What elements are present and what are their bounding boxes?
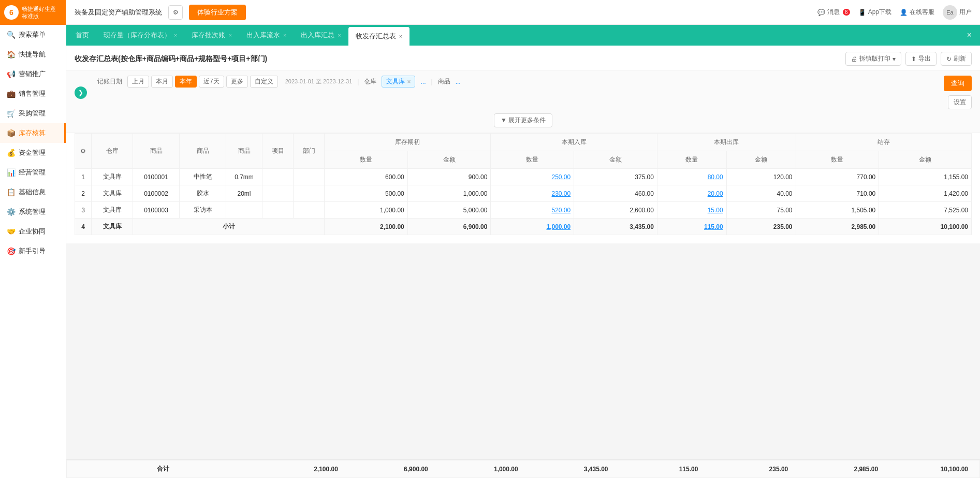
cell-in-amt: 2,600.00 [574,202,657,219]
trial-button[interactable]: 体验行业方案 [189,5,246,20]
tab-label-inventory_dist: 现存量（库存分布表） [104,31,171,40]
enterprise-icon: 🤝 [6,227,16,236]
date-btn-本月[interactable]: 本月 [151,76,173,88]
collapse-button[interactable]: ❯ [75,86,87,99]
cell-project [262,169,294,185]
cell-seq: 3 [75,202,92,219]
date-btn-近7天[interactable]: 近7天 [199,76,224,88]
cell-warehouse: 文具库 [92,185,133,202]
sidebar-label-quicknav: 快捷导航 [19,50,46,59]
sidebar-nav: 🔍搜索菜单🏠快捷导航📢营销推广💼销售管理🛒采购管理📦库存核算💰资金管理📊经营管理… [0,25,66,478]
marketing-icon: 📢 [6,70,16,78]
subtotal-in-qty[interactable]: 1,000.00 [491,219,574,235]
table-row: 3 文具库 0100003 采访本 1,000.00 5,000.00 520.… [75,202,972,219]
tab-label-home: 首页 [76,31,89,40]
tab-inventory_dist[interactable]: 现存量（库存分布表）× [96,25,184,46]
sidebar-label-system: 系统管理 [19,207,46,216]
newbie-icon: 🎯 [6,247,16,255]
cell-bal-amt: 1,155.00 [879,169,972,185]
cell-warehouse: 文具库 [92,169,133,185]
warehouse-more[interactable]: ... [420,78,426,85]
footer-out-qty: 115.00 [611,466,701,473]
th-in-qty: 数量 [491,151,574,169]
footer-open-amt: 6,900.00 [341,466,431,473]
sidebar-item-system[interactable]: ⚙️系统管理 [0,202,66,222]
cell-open-amt: 1,000.00 [407,185,491,202]
tab-close-inout_summary[interactable]: × [338,32,341,38]
date-buttons: 上月本月本年近7天更多自定义 [127,76,278,88]
footer-in-qty: 1,000.00 [431,466,521,473]
th-in-amt: 金额 [574,151,657,169]
date-btn-上月[interactable]: 上月 [127,76,149,88]
subtotal-out-qty[interactable]: 115.00 [657,219,726,235]
sidebar-title: 畅捷通好生意 标准版 [22,5,56,20]
sidebar-item-enterprise[interactable]: 🤝企业协同 [0,222,66,241]
sidebar-label-marketing: 营销推广 [19,69,46,79]
topbar-right: 💬 消息 6 📱 App下载 👤 在线客服 Ea 用户 [817,5,972,20]
sidebar-item-marketing[interactable]: 📢营销推广 [0,64,66,84]
tab-close-inout_flow[interactable]: × [283,32,286,38]
cell-bal-amt: 7,525.00 [879,202,972,219]
tab-label-recv_summary: 收发存汇总表 [356,32,396,41]
system-icon: ⚙️ [6,208,16,216]
query-button[interactable]: 查询 [944,76,972,91]
cell-in-qty[interactable]: 250.00 [491,169,574,185]
gear-button[interactable]: ⚙ [168,5,183,20]
settings-button[interactable]: 设置 [948,95,972,109]
user-avatar: Ea [943,5,957,20]
tab-home[interactable]: 首页 [68,25,96,46]
cell-spec: 0.7mm [226,169,262,185]
tab-inout_summary[interactable]: 出入库汇总× [294,25,348,46]
expand-conditions-button[interactable]: ▼ 展开更多条件 [494,113,552,127]
tabbar: 首页现存量（库存分布表）×库存批次账×出入库流水×出入库汇总×收发存汇总表×× [66,25,980,46]
table-row: 2 文具库 0100002 胶水 20ml 500.00 1,000.00 23… [75,185,972,202]
th-settings[interactable]: ⚙ [75,134,92,169]
date-btn-本年[interactable]: 本年 [175,76,197,88]
cell-in-qty[interactable]: 230.00 [491,185,574,202]
sidebar-item-purchase[interactable]: 🛒采购管理 [0,104,66,123]
sidebar-item-quicknav[interactable]: 🏠快捷导航 [0,45,66,64]
refresh-icon: ↻ [946,55,952,63]
sidebar-item-search[interactable]: 🔍搜索菜单 [0,25,66,45]
cell-out-qty[interactable]: 20.00 [657,185,726,202]
tab-close-recv_summary[interactable]: × [399,33,402,39]
print-icon: 🖨 [851,55,857,63]
service-button[interactable]: 👤 在线客服 [900,8,934,17]
goods-more[interactable]: ... [456,78,461,85]
sidebar-item-basic[interactable]: 📋基础信息 [0,182,66,202]
tabbar-close-all[interactable]: × [961,31,978,40]
topbar-left: 装备及固定资产辅助管理系统 ⚙ 体验行业方案 [75,5,246,20]
tab-batch[interactable]: 库存批次账× [184,25,239,46]
sidebar-item-newbie[interactable]: 🎯新手引导 [0,241,66,261]
user-button[interactable]: Ea 用户 [943,5,972,20]
table-container: ⚙ 仓库 商品 商品 商品 项目 部门 库存期初 本期入库 本期出库 结存 [66,133,980,243]
sidebar-item-finance[interactable]: 💰资金管理 [0,143,66,163]
tab-close-inventory_dist[interactable]: × [174,32,177,38]
th-dept: 部门 [294,134,325,169]
sidebar-item-sales[interactable]: 💼销售管理 [0,84,66,104]
cell-in-qty[interactable]: 520.00 [491,202,574,219]
print-button[interactable]: 🖨 拆镇版打印 ▾ [845,52,901,66]
message-button[interactable]: 💬 消息 6 [817,8,850,17]
sidebar-item-inventory[interactable]: 📦库存核算 [0,123,66,143]
tab-inout_flow[interactable]: 出入库流水× [239,25,294,46]
export-button[interactable]: ⬆ 导出 [905,52,937,66]
cell-bal-qty: 1,505.00 [796,202,879,219]
sidebar-label-finance: 资金管理 [19,148,46,157]
cell-warehouse: 文具库 [92,202,133,219]
warehouse-tag-close[interactable]: × [407,78,411,85]
tab-close-batch[interactable]: × [228,32,231,38]
date-btn-自定义[interactable]: 自定义 [250,76,278,88]
cell-project [262,202,294,219]
sidebar-item-business[interactable]: 📊经营管理 [0,163,66,182]
cell-open-qty: 1,000.00 [325,202,408,219]
system-title: 装备及固定资产辅助管理系统 [75,8,162,17]
refresh-button[interactable]: ↻ 刷新 [941,52,972,66]
cell-out-qty[interactable]: 15.00 [657,202,726,219]
app-download-button[interactable]: 📱 App下载 [858,8,891,17]
cell-out-qty[interactable]: 80.00 [657,169,726,185]
cell-open-amt: 5,000.00 [407,202,491,219]
date-btn-更多[interactable]: 更多 [226,76,248,88]
page-title: 收发存汇总表(按仓库+商品编码+商品+规格型号+项目+部门) [75,54,267,64]
tab-recv_summary[interactable]: 收发存汇总表× [348,27,409,46]
